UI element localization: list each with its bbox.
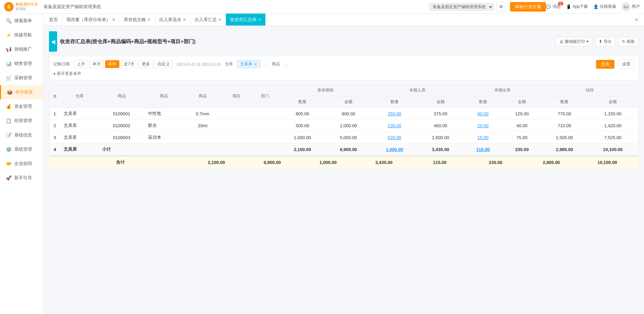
- cell-out-qty[interactable]: 80.00: [464, 108, 503, 120]
- user-btn[interactable]: Ea 用户: [622, 2, 640, 11]
- tab-home-label: 首页: [49, 17, 58, 23]
- inventory-icon: 📦: [6, 89, 13, 95]
- date-btn-last-month[interactable]: 上月: [74, 60, 88, 68]
- total-out-qty: 115.00: [412, 160, 468, 165]
- cell-bal-qty: 710.00: [542, 120, 588, 132]
- tab-in-out-summary-label: 出入库汇总: [195, 17, 217, 23]
- tab-receive-send-summary-close[interactable]: ✕: [258, 17, 261, 22]
- messages-btn[interactable]: 💬 消息 5: [546, 4, 561, 10]
- tab-in-out-summary[interactable]: 出入库汇总 ✕: [191, 14, 226, 26]
- collapse-arrow-btn[interactable]: ◀: [49, 31, 57, 52]
- cell-no: 3: [49, 132, 60, 144]
- th-goods-name: 商品: [145, 85, 183, 108]
- sidebar-item-finance[interactable]: 💰 资金管理: [0, 99, 43, 114]
- total-label: 合计: [52, 159, 188, 165]
- th-goods-spec: 商品: [183, 85, 222, 108]
- refresh-btn[interactable]: ↻ 刷新: [618, 37, 639, 46]
- expand-conditions-btn[interactable]: ▾ 展开更多条件: [53, 71, 634, 77]
- th-group-in: 本期入库: [371, 85, 464, 96]
- total-bal-qty: 2,985.00: [524, 160, 579, 165]
- sidebar-label-marketing: 营销推广: [14, 46, 32, 52]
- sidebar-item-enterprise[interactable]: 🤝 企业协同: [0, 156, 43, 171]
- cell-out-qty[interactable]: 15.00: [464, 132, 503, 144]
- tab-batch-ledger-close[interactable]: ✕: [147, 17, 151, 22]
- enterprise-icon: 🤝: [5, 161, 12, 167]
- date-btn-custom[interactable]: 自定义: [154, 60, 173, 68]
- subtotal-bal-amount: 10,100.00: [588, 144, 638, 155]
- cell-dept: [251, 120, 279, 132]
- cell-open-qty: 600.00: [279, 108, 325, 120]
- sidebar-item-operations[interactable]: 📋 经营管理: [0, 114, 43, 128]
- query-btn[interactable]: 查询: [596, 60, 614, 69]
- date-range-display: 2023-01-01 至 2023-12-31: [177, 62, 221, 67]
- table-row: 2 文具库 0100002 胶水 20ml 500.00 1,000.00 23…: [49, 120, 638, 132]
- app-download-btn[interactable]: 📱 App下载: [566, 4, 588, 10]
- sidebar-item-system[interactable]: ⚙️ 系统管理: [0, 142, 43, 156]
- close-all-tabs[interactable]: ✕: [630, 17, 643, 22]
- warehouse-more-btn[interactable]: ...: [264, 62, 268, 67]
- logo-icon: 6: [4, 2, 14, 12]
- user-label: 用户: [632, 4, 640, 10]
- tab-batch-ledger[interactable]: 库存批次账 ✕: [120, 14, 155, 26]
- settings-icon-btn[interactable]: ⚙: [496, 2, 506, 12]
- sidebar-label-basic-info: 基础信息: [14, 132, 32, 138]
- total-bar: 合计 2,100.00 6,900.00 1,000.00 3,435.00 1…: [49, 156, 639, 168]
- system-title: 装备及固定资产辅助管理系统: [44, 4, 429, 10]
- cell-in-qty[interactable]: 520.00: [371, 132, 417, 144]
- cell-in-qty[interactable]: 230.00: [371, 120, 417, 132]
- subtotal-out-qty: 115.00: [464, 144, 503, 155]
- tab-batch-ledger-label: 库存批次账: [124, 17, 146, 23]
- tab-inventory-distribution[interactable]: 现存量（库存分布表） ✕: [62, 14, 120, 26]
- cell-open-qty: 500.00: [279, 120, 325, 132]
- cell-out-amount: 120.00: [502, 108, 542, 120]
- sidebar-label-search: 搜索菜单: [14, 18, 32, 24]
- th-project: 项目: [222, 85, 251, 108]
- goods-more-btn[interactable]: ...: [284, 62, 287, 67]
- chevron-down-icon: ▾: [587, 39, 589, 44]
- sidebar-item-search[interactable]: 🔍 搜索菜单: [0, 14, 43, 28]
- tab-in-out-flow[interactable]: 出入库流水 ✕: [155, 14, 191, 26]
- tab-in-out-flow-close[interactable]: ✕: [183, 17, 186, 22]
- tab-receive-send-summary-label: 收发存汇总表: [230, 17, 257, 23]
- th-open-amount: 金额: [326, 96, 371, 108]
- warehouse-tag-remove[interactable]: ✕: [254, 62, 257, 67]
- tab-receive-send-summary[interactable]: 收发存汇总表 ✕: [226, 14, 266, 26]
- cell-in-qty[interactable]: 250.00: [371, 108, 417, 120]
- print-btn[interactable]: 🖨 拨销版打印 ▾: [556, 37, 592, 46]
- th-settings: ⚙: [49, 85, 60, 108]
- tab-in-out-summary-close[interactable]: ✕: [218, 17, 221, 22]
- sidebar-item-marketing[interactable]: 📢 营销推广: [0, 42, 43, 56]
- export-label: 导出: [604, 39, 612, 45]
- tab-inventory-distribution-close[interactable]: ✕: [112, 17, 115, 22]
- tab-inventory-distribution-label: 现存量（库存分布表）: [66, 17, 111, 23]
- cell-out-qty[interactable]: 20.00: [464, 120, 503, 132]
- export-btn[interactable]: ⬆ 导出: [595, 37, 615, 46]
- sidebar-item-inventory[interactable]: 📦 库存核算: [0, 85, 43, 99]
- sidebar-label-purchase: 采购管理: [14, 75, 32, 81]
- system-select[interactable]: 装备及固定资产辅助管理系统: [429, 3, 494, 11]
- page-content: ◀ 收发存汇总表(按仓库+商品编码+商品+规格型号+项目+部门) 🖨 拨销版打印…: [44, 26, 644, 314]
- online-service-btn[interactable]: 👤 在线客服: [593, 4, 616, 10]
- tab-home[interactable]: 首页: [45, 14, 62, 26]
- table-settings-btn[interactable]: 设置: [618, 60, 634, 69]
- th-group-balance: 结存: [542, 85, 638, 96]
- sidebar-item-sales[interactable]: 📊 销售管理: [0, 56, 43, 71]
- th-open-qty: 数量: [279, 96, 325, 108]
- date-btn-more[interactable]: 更多: [139, 60, 153, 68]
- subtotal-no: 4: [49, 144, 60, 155]
- date-btn-7days[interactable]: 近7天: [121, 60, 137, 68]
- cell-warehouse: 文具库: [60, 120, 99, 132]
- trial-button[interactable]: 体验行业方案: [510, 2, 546, 12]
- cell-no: 2: [49, 120, 60, 132]
- cell-warehouse: 文具库: [60, 108, 99, 120]
- sidebar-item-quick-nav[interactable]: ⚡ 快捷导航: [0, 28, 43, 42]
- sidebar-item-purchase[interactable]: 🛒 采购管理: [0, 71, 43, 85]
- sidebar-item-basic-info[interactable]: 📝 基础信息: [0, 128, 43, 142]
- cell-dept: [251, 108, 279, 120]
- table-row: 3 文具库 0100003 采访本 1,000.00 5,000.00 520.…: [49, 132, 638, 144]
- date-btn-this-year[interactable]: 本年: [105, 60, 119, 68]
- date-btn-this-month[interactable]: 本月: [89, 60, 104, 68]
- sidebar-label-operations: 经营管理: [14, 118, 32, 124]
- cell-bal-amount: 7,525.00: [588, 132, 638, 144]
- sidebar-item-guide[interactable]: 🚀 新手引导: [0, 171, 43, 185]
